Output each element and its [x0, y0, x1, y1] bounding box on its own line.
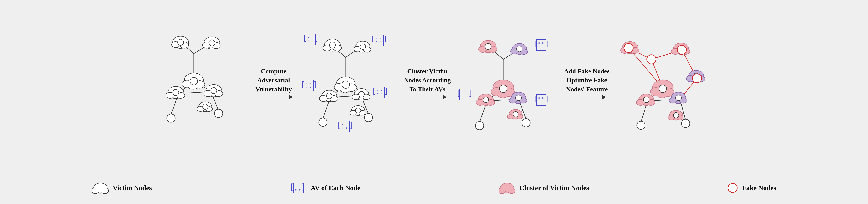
legend-cluster-nodes: Cluster of Victim Nodes	[499, 181, 589, 195]
svg-text:x: x	[299, 185, 301, 188]
svg-rect-83	[375, 87, 385, 98]
legend-av-label: AV of Each Node	[311, 184, 361, 192]
svg-point-102	[335, 46, 339, 50]
svg-text:]: ]	[546, 94, 549, 103]
svg-point-178	[485, 43, 491, 49]
svg-rect-69	[374, 35, 384, 46]
svg-point-269	[681, 99, 685, 102]
svg-point-200	[522, 50, 526, 54]
main-layout: Compute Adversarial Vulnerability	[0, 0, 868, 204]
svg-point-283	[692, 74, 702, 83]
svg-point-43	[216, 91, 221, 96]
svg-text:]: ]	[315, 33, 318, 42]
arrow-section-2: Cluster Victim Nodes According To Their …	[401, 67, 454, 98]
arrow1-label: Compute Adversarial Vulnerability	[255, 67, 291, 94]
svg-text:x: x	[310, 86, 311, 88]
svg-point-187	[499, 85, 507, 93]
diagrams-row: Compute Adversarial Vulnerability	[0, 0, 868, 174]
svg-text:x: x	[462, 94, 463, 97]
svg-text:[: [	[372, 34, 375, 43]
svg-point-280	[624, 43, 633, 53]
svg-point-206	[511, 99, 515, 102]
svg-point-209	[475, 122, 484, 130]
svg-point-109	[365, 47, 369, 52]
legends-row: Victim Nodes [ ] x x x x AV of Each Node	[0, 174, 868, 204]
svg-point-131	[354, 95, 358, 99]
svg-text:x: x	[381, 89, 382, 92]
svg-point-42	[206, 91, 210, 96]
svg-point-272	[681, 119, 690, 128]
svg-rect-76	[304, 80, 313, 91]
svg-point-192	[478, 100, 483, 105]
svg-text:x: x	[538, 100, 540, 103]
svg-point-289	[103, 189, 107, 193]
svg-point-125	[332, 96, 336, 101]
svg-text:x: x	[542, 96, 544, 99]
svg-text:x: x	[299, 189, 301, 191]
svg-text:x: x	[381, 92, 382, 95]
svg-text:x: x	[310, 82, 311, 85]
svg-point-282	[677, 45, 686, 55]
arrow-section-3: Add Fake Nodes Optimize Fake Nodes' Feat…	[560, 67, 613, 98]
legend-cloud-pink-icon	[499, 181, 516, 195]
svg-text:[: [	[457, 88, 460, 97]
svg-text:]: ]	[385, 87, 387, 95]
svg-point-303	[728, 183, 737, 193]
svg-text:x: x	[462, 91, 463, 94]
svg-text:x: x	[342, 123, 343, 126]
svg-text:[: [	[373, 87, 375, 95]
svg-text:x: x	[295, 189, 297, 191]
svg-point-194	[483, 97, 489, 103]
svg-text:[: [	[304, 33, 306, 42]
svg-text:x: x	[542, 41, 544, 44]
svg-point-19	[204, 43, 209, 47]
svg-point-37	[173, 90, 179, 96]
svg-text:]: ]	[384, 34, 386, 43]
svg-point-46	[214, 109, 223, 117]
svg-point-279	[673, 113, 679, 118]
svg-point-208	[516, 95, 521, 101]
svg-text:[: [	[338, 121, 340, 129]
svg-point-132	[364, 95, 368, 99]
svg-point-201	[517, 46, 522, 52]
svg-point-124	[321, 96, 326, 101]
svg-text:x: x	[465, 94, 467, 97]
svg-point-36	[178, 93, 183, 98]
svg-point-281	[647, 55, 656, 64]
svg-point-35	[168, 93, 173, 98]
svg-point-108	[356, 47, 360, 51]
diagram-2: [ ] x x x x [ ] x x x x	[300, 23, 401, 156]
svg-rect-62	[306, 34, 315, 45]
svg-text:x: x	[377, 92, 378, 95]
svg-point-277	[670, 116, 673, 120]
svg-text:]: ]	[349, 121, 352, 129]
svg-point-44	[211, 88, 217, 94]
svg-text:]: ]	[302, 182, 305, 192]
arrow3-label: Add Fake Nodes Optimize Fake Nodes' Feat…	[564, 67, 610, 94]
svg-point-176	[480, 47, 485, 52]
svg-text:x: x	[542, 45, 544, 47]
svg-point-133	[359, 91, 364, 97]
legend-av-node: [ ] x x x x AV of Each Node	[290, 181, 361, 195]
svg-point-21	[209, 40, 215, 46]
svg-point-177	[491, 47, 495, 52]
svg-text:x: x	[538, 45, 540, 47]
svg-text:x: x	[538, 96, 540, 99]
svg-point-217	[513, 112, 518, 117]
svg-point-135	[364, 113, 373, 122]
svg-point-271	[637, 121, 645, 130]
svg-point-256	[643, 97, 649, 103]
graph3-svg: [ ] x x x x [ ] x x x x	[454, 23, 560, 156]
svg-text:x: x	[295, 185, 297, 188]
svg-point-199	[513, 49, 516, 53]
svg-text:x: x	[346, 123, 347, 126]
svg-text:x: x	[306, 82, 307, 85]
svg-point-254	[638, 100, 643, 105]
svg-point-140	[351, 111, 355, 115]
diagram-1	[156, 23, 247, 156]
diagram-4	[613, 23, 712, 156]
legend-fake-nodes: Fake Nodes	[727, 182, 776, 194]
svg-point-45	[167, 114, 175, 122]
svg-point-103	[330, 42, 336, 48]
svg-point-215	[509, 115, 513, 118]
